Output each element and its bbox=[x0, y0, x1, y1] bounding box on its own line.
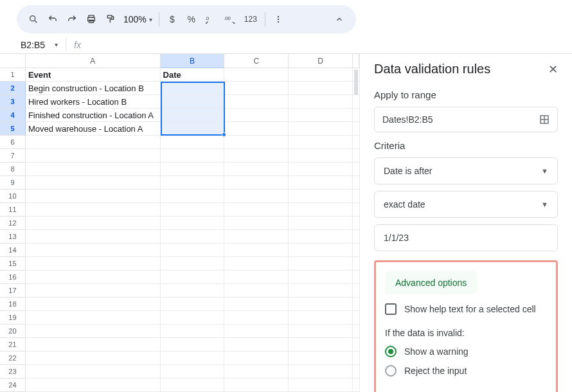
cell[interactable] bbox=[353, 379, 359, 392]
cell[interactable] bbox=[26, 163, 161, 176]
row-header[interactable]: 5 bbox=[0, 122, 26, 136]
cell[interactable] bbox=[26, 230, 161, 244]
row-header[interactable]: 3 bbox=[0, 95, 26, 109]
row-header[interactable]: 15 bbox=[0, 257, 26, 271]
radio-show-warning[interactable]: Show a warning bbox=[385, 346, 547, 357]
name-box[interactable]: B2:B5 ▾ bbox=[17, 40, 62, 50]
cell[interactable] bbox=[26, 176, 161, 190]
cell[interactable] bbox=[224, 68, 289, 82]
number-format-123-button[interactable]: 123 bbox=[240, 10, 261, 28]
range-input[interactable]: Dates!B2:B5 bbox=[374, 107, 558, 132]
cell[interactable] bbox=[289, 230, 353, 244]
cell[interactable] bbox=[161, 109, 225, 122]
cell[interactable] bbox=[161, 217, 225, 230]
increase-decimal-icon[interactable]: .00 bbox=[221, 10, 239, 28]
cell[interactable] bbox=[353, 163, 359, 176]
cell[interactable] bbox=[161, 203, 225, 217]
cell[interactable] bbox=[161, 163, 225, 176]
row-header[interactable]: 7 bbox=[0, 149, 26, 163]
cell[interactable]: Moved warehouse - Location A bbox=[26, 122, 161, 136]
column-header-b[interactable]: B bbox=[161, 54, 225, 68]
cell[interactable] bbox=[161, 82, 225, 95]
cell[interactable] bbox=[224, 163, 289, 176]
cell[interactable] bbox=[289, 311, 353, 325]
cell[interactable] bbox=[224, 257, 289, 271]
cell[interactable] bbox=[26, 136, 161, 149]
cell[interactable] bbox=[161, 338, 225, 352]
row-header[interactable]: 14 bbox=[0, 244, 26, 257]
cell[interactable] bbox=[353, 149, 359, 163]
cell[interactable] bbox=[289, 109, 353, 122]
zoom-select[interactable]: 100% ▾ bbox=[121, 14, 155, 24]
cell[interactable] bbox=[224, 244, 289, 257]
cell[interactable] bbox=[353, 244, 359, 257]
cell[interactable] bbox=[353, 325, 359, 338]
cell[interactable] bbox=[224, 136, 289, 149]
cell[interactable] bbox=[289, 338, 353, 352]
cell[interactable] bbox=[161, 271, 225, 284]
cell[interactable] bbox=[224, 176, 289, 190]
cell[interactable] bbox=[224, 325, 289, 338]
row-header[interactable]: 8 bbox=[0, 163, 26, 176]
cell[interactable] bbox=[26, 217, 161, 230]
column-header-c[interactable]: C bbox=[224, 54, 289, 68]
row-header[interactable]: 4 bbox=[0, 109, 26, 122]
row-header[interactable]: 2 bbox=[0, 82, 26, 95]
cell[interactable] bbox=[161, 284, 225, 298]
cell[interactable] bbox=[353, 284, 359, 298]
cell[interactable] bbox=[224, 149, 289, 163]
cell[interactable] bbox=[353, 311, 359, 325]
cell[interactable] bbox=[161, 136, 225, 149]
cell[interactable] bbox=[161, 149, 225, 163]
cell[interactable] bbox=[353, 95, 359, 109]
criteria-date-input[interactable]: 1/1/23 bbox=[374, 224, 558, 251]
cell[interactable] bbox=[289, 284, 353, 298]
advanced-options-button[interactable]: Advanced options bbox=[385, 271, 477, 294]
cell[interactable] bbox=[26, 365, 161, 379]
cell[interactable] bbox=[353, 136, 359, 149]
cell[interactable] bbox=[353, 190, 359, 203]
cell[interactable] bbox=[289, 68, 353, 82]
select-all-corner[interactable] bbox=[0, 54, 26, 68]
cell[interactable] bbox=[224, 284, 289, 298]
cell[interactable] bbox=[224, 352, 289, 365]
cell[interactable] bbox=[161, 176, 225, 190]
cell[interactable] bbox=[224, 365, 289, 379]
cell[interactable] bbox=[353, 217, 359, 230]
currency-format-button[interactable]: $ bbox=[163, 10, 181, 28]
cell[interactable] bbox=[353, 176, 359, 190]
cell[interactable]: Begin construction - Location B bbox=[26, 82, 161, 95]
cell[interactable] bbox=[289, 379, 353, 392]
cell[interactable] bbox=[224, 203, 289, 217]
cell[interactable] bbox=[289, 95, 353, 109]
criteria-subselect[interactable]: exact date ▼ bbox=[374, 191, 558, 218]
close-icon[interactable]: ✕ bbox=[548, 62, 558, 76]
row-header[interactable]: 22 bbox=[0, 352, 26, 365]
cell[interactable] bbox=[289, 122, 353, 136]
cell[interactable] bbox=[26, 352, 161, 365]
cell[interactable] bbox=[224, 311, 289, 325]
cell[interactable] bbox=[353, 230, 359, 244]
cell[interactable] bbox=[26, 149, 161, 163]
row-header[interactable]: 10 bbox=[0, 190, 26, 203]
cell[interactable] bbox=[224, 230, 289, 244]
cell[interactable]: Date bbox=[161, 68, 225, 82]
cell[interactable] bbox=[289, 217, 353, 230]
row-header[interactable]: 6 bbox=[0, 136, 26, 149]
row-header[interactable]: 17 bbox=[0, 284, 26, 298]
row-header[interactable]: 21 bbox=[0, 338, 26, 352]
cell[interactable] bbox=[161, 257, 225, 271]
row-header[interactable]: 1 bbox=[0, 68, 26, 82]
redo-icon[interactable] bbox=[63, 10, 81, 28]
cell[interactable] bbox=[289, 352, 353, 365]
cell[interactable] bbox=[353, 257, 359, 271]
cell[interactable] bbox=[161, 325, 225, 338]
cell[interactable] bbox=[26, 298, 161, 311]
cell[interactable] bbox=[289, 325, 353, 338]
cell[interactable] bbox=[161, 365, 225, 379]
cell[interactable] bbox=[224, 95, 289, 109]
spreadsheet-grid[interactable]: A B C D 1EventDate2Begin construction - … bbox=[0, 54, 360, 392]
cell[interactable]: Hired workers - Location B bbox=[26, 95, 161, 109]
percent-format-button[interactable]: % bbox=[183, 10, 201, 28]
cell[interactable] bbox=[224, 217, 289, 230]
